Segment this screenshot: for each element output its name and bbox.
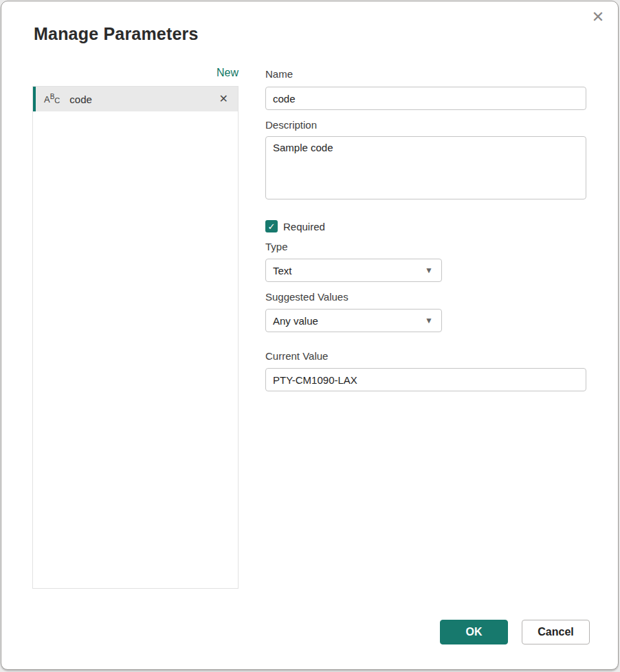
chevron-down-icon: ▼ (425, 316, 433, 325)
name-label: Name (265, 68, 293, 80)
name-input[interactable] (265, 87, 586, 110)
required-checkbox[interactable]: ✓ (265, 220, 278, 232)
type-dropdown[interactable]: Text ▼ (265, 259, 442, 282)
parameter-list: ABC code ✕ (32, 86, 239, 589)
parameter-name-label: code (69, 94, 92, 105)
parameter-list-item[interactable]: ABC code ✕ (33, 87, 238, 111)
manage-parameters-dialog: ✕ Manage Parameters New ABC code ✕ Name … (1, 1, 619, 670)
type-label: Type (265, 241, 288, 252)
current-value-label: Current Value (265, 350, 328, 362)
current-value-input[interactable] (265, 368, 586, 391)
new-parameter-link[interactable]: New (32, 67, 239, 79)
text-type-abc-icon: ABC (44, 94, 60, 105)
suggested-values-dropdown[interactable]: Any value ▼ (265, 309, 442, 332)
type-dropdown-value: Text (273, 265, 292, 277)
chevron-down-icon: ▼ (425, 265, 433, 275)
description-label: Description (265, 119, 317, 131)
cancel-button[interactable]: Cancel (522, 620, 590, 644)
required-checkbox-row[interactable]: ✓ Required (265, 220, 325, 232)
suggested-values-dropdown-value: Any value (273, 315, 318, 327)
close-icon[interactable]: ✕ (588, 7, 608, 28)
suggested-values-label: Suggested Values (265, 291, 348, 303)
dialog-title: Manage Parameters (34, 24, 199, 44)
ok-button[interactable]: OK (440, 620, 508, 644)
delete-parameter-icon[interactable]: ✕ (217, 92, 231, 106)
description-input[interactable]: Sample code (265, 136, 586, 199)
required-label: Required (283, 221, 325, 232)
